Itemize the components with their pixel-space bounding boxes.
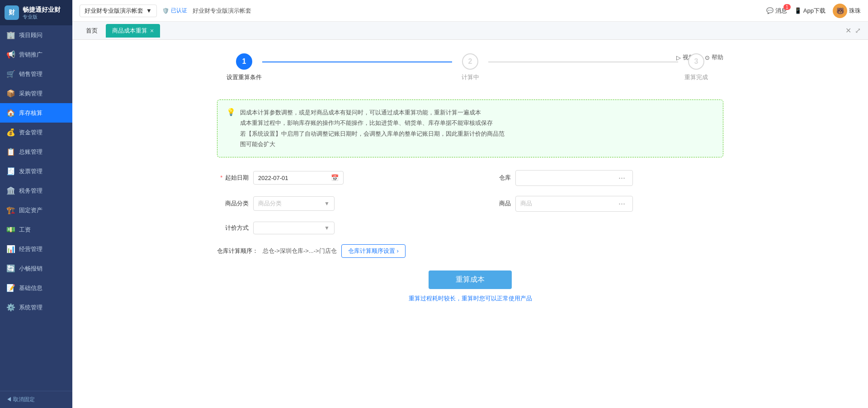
sidebar-item-label: 经营管理 [19, 245, 42, 253]
message-button[interactable]: 💬 消息 1 [766, 7, 787, 15]
sidebar-item-project[interactable]: 🏢 项目顾问 [0, 25, 72, 45]
info-line-1: 因成本计算参数调整，或是对商品成本有疑问时，可以通过成本重算功能，重新计算一遍成… [240, 107, 505, 118]
sidebar-item-salary[interactable]: 💵 工资 [0, 220, 72, 239]
sidebar-item-marketing[interactable]: 📢 营销推广 [0, 45, 72, 64]
unpin-label: ◀ 取消固定 [6, 396, 35, 403]
sidebar-item-label: 系统管理 [19, 304, 42, 312]
sidebar-item-invoice[interactable]: 🧾 发票管理 [0, 161, 72, 181]
user-avatar-area[interactable]: 🐻 珠珠 [833, 4, 861, 18]
sidebar-item-label: 基础信息 [19, 284, 42, 292]
step-1-number: 1 [242, 57, 246, 66]
sidebar-item-ops[interactable]: 📊 经营管理 [0, 239, 72, 259]
sidebar-item-purchase[interactable]: 📦 采购管理 [0, 84, 72, 103]
form-group-product: 商品 商品 ··· [479, 196, 723, 212]
step-3-label: 重算完成 [684, 73, 708, 81]
close-window-icon[interactable]: ✕ [845, 26, 851, 35]
system-icon: ⚙️ [6, 303, 15, 312]
form-group-warehouse: 仓库 ··· [479, 170, 723, 186]
warehouse-label: 仓库 [479, 174, 511, 182]
verified-label: 已认证 [171, 7, 187, 14]
warehouse-input[interactable]: ··· [515, 170, 633, 186]
account-selector-label: 好业财专业版演示帐套 [85, 7, 143, 15]
category-placeholder: 商品分类 [258, 199, 321, 208]
product-input[interactable]: 商品 ··· [515, 196, 633, 212]
topbar: 好业财专业版演示帐套 ▼ 🛡️ 已认证 好业财专业版演示帐套 💬 消息 1 📱 … [72, 0, 868, 22]
user-name: 珠珠 [849, 7, 861, 15]
start-date-value: 2022-07-01 [258, 175, 327, 181]
form-row-date-warehouse: * 起始日期 2022-07-01 📅 仓库 ··· [217, 170, 723, 186]
warehouse-more-icon[interactable]: ··· [616, 173, 628, 183]
expand-window-icon[interactable]: ⤢ [855, 26, 861, 35]
warehouse-order-value: 总仓->深圳仓库->...->门店仓 [263, 247, 337, 255]
info-line-3: 若【系统设置】中启用了自动调整记账日期时，会调整入库单的整单记账日期，因此重新计… [240, 128, 505, 139]
tab-recalc[interactable]: 商品成本重算 × [106, 24, 160, 38]
tab-home[interactable]: 首页 [80, 24, 104, 38]
tab-close-icon[interactable]: × [150, 27, 154, 34]
verified-badge: 🛡️ 已认证 [162, 7, 187, 14]
step-1-circle: 1 [236, 53, 252, 70]
sidebar-item-inventory[interactable]: 🏠 库存核算 [0, 103, 72, 123]
ops-icon: 📊 [6, 245, 15, 253]
info-line-2: 成本重算过程中，影响库存账的操作均不能操作，比如进货单、销货单、库存单据不能审核… [240, 118, 505, 128]
form-group-category: 商品分类 商品分类 ▼ [217, 196, 461, 211]
phone-icon: 📱 [794, 7, 802, 14]
sidebar-item-base[interactable]: 📝 基础信息 [0, 278, 72, 298]
sidebar-item-assets[interactable]: 🏗️ 固定资产 [0, 200, 72, 220]
pricing-select[interactable]: ▼ [253, 222, 335, 234]
sidebar-item-label: 总账管理 [19, 148, 42, 156]
product-placeholder: 商品 [520, 199, 612, 208]
expense-icon: 🔄 [6, 264, 15, 273]
product-more-icon[interactable]: ··· [616, 199, 628, 209]
main-area: 好业财专业版演示帐套 ▼ 🛡️ 已认证 好业财专业版演示帐套 💬 消息 1 📱 … [72, 0, 868, 408]
ledger-icon: 📋 [6, 147, 15, 156]
sidebar-item-expense[interactable]: 🔄 小畅报销 [0, 259, 72, 278]
start-date-input[interactable]: 2022-07-01 📅 [253, 171, 344, 185]
step-3-number: 3 [694, 57, 698, 66]
step-line-2 [488, 62, 678, 62]
info-box-text: 因成本计算参数调整，或是对商品成本有疑问时，可以通过成本重算功能，重新计算一遍成… [240, 107, 505, 150]
recalc-button[interactable]: 重算成本 [429, 270, 512, 289]
account-selector[interactable]: 好业财专业版演示帐套 ▼ [80, 5, 157, 17]
sidebar-item-tax[interactable]: 🏛️ 税务管理 [0, 181, 72, 200]
step-2-label: 计算中 [462, 73, 479, 81]
app-logo-text: 畅捷通好业财 专业版 [23, 5, 61, 20]
calendar-icon: 📅 [331, 174, 339, 181]
tabbar: 首页 商品成本重算 × ✕ ⤢ [72, 22, 868, 40]
app-download-button[interactable]: 📱 App下载 [794, 7, 826, 15]
warehouse-order-settings-label: 仓库计算顺序设置 [348, 247, 395, 255]
invoice-icon: 🧾 [6, 167, 15, 176]
project-icon: 🏢 [6, 31, 15, 39]
content-area: 1 设置重算条件 2 计算中 3 [72, 40, 868, 408]
form-row-category-product: 商品分类 商品分类 ▼ 商品 商品 ··· [217, 196, 723, 212]
form-group-date: * 起始日期 2022-07-01 📅 [217, 171, 461, 185]
warehouse-order-settings-button[interactable]: 仓库计算顺序设置 › [341, 244, 406, 258]
sidebar-item-finance[interactable]: 💰 资金管理 [0, 123, 72, 142]
category-label: 商品分类 [217, 199, 249, 208]
message-badge: 1 [783, 4, 791, 10]
sidebar-item-system[interactable]: ⚙️ 系统管理 [0, 298, 72, 317]
chevron-down-icon: ▼ [146, 7, 152, 14]
tab-recalc-label: 商品成本重算 [112, 27, 147, 35]
app-name: 畅捷通好业财 [23, 5, 61, 14]
account-name: 好业财专业版演示帐套 [193, 7, 251, 15]
start-date-label: * 起始日期 [217, 174, 249, 182]
step-3-circle: 3 [688, 53, 704, 70]
base-icon: 📝 [6, 284, 15, 292]
sidebar-item-ledger[interactable]: 📋 总账管理 [0, 142, 72, 161]
step-2: 2 计算中 [452, 53, 488, 81]
sidebar-item-label: 项目顾问 [19, 31, 42, 39]
sidebar-logo: 财 畅捷通好业财 专业版 [0, 0, 72, 25]
app-edition: 专业版 [23, 14, 61, 20]
inventory-icon: 🏠 [6, 109, 15, 117]
sidebar-item-label: 营销推广 [19, 51, 42, 59]
info-line-4: 围可能会扩大 [240, 139, 505, 149]
step-2-number: 2 [468, 57, 472, 66]
chevron-down-icon: ▼ [324, 225, 330, 231]
sidebar-item-sales[interactable]: 🛒 销售管理 [0, 64, 72, 84]
assets-icon: 🏗️ [6, 206, 15, 214]
step-1-label: 设置重算条件 [226, 73, 262, 81]
unpin-sidebar-button[interactable]: ◀ 取消固定 [0, 391, 72, 408]
category-select[interactable]: 商品分类 ▼ [253, 196, 335, 211]
chevron-right-icon: › [397, 247, 399, 254]
marketing-icon: 📢 [6, 50, 15, 59]
